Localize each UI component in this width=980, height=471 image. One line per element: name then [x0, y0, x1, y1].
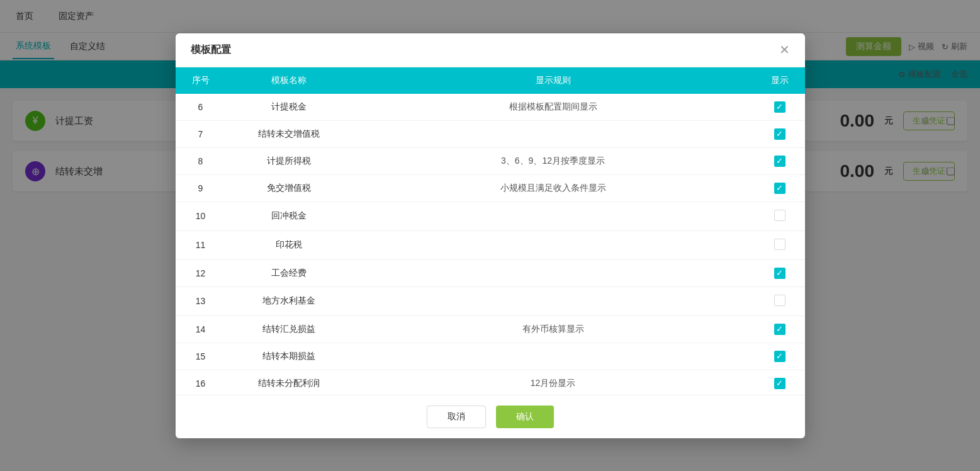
- cell-check-8: [755, 315, 805, 343]
- checkbox-4[interactable]: [774, 210, 786, 221]
- cell-check-1: [755, 120, 805, 147]
- cell-rule-2: 3、6、9、12月按季度显示: [352, 147, 755, 174]
- col-no: 序号: [176, 67, 226, 94]
- col-display: 显示: [755, 67, 805, 94]
- cancel-button[interactable]: 取消: [427, 406, 486, 428]
- cell-no-8: 14: [176, 315, 226, 343]
- cell-no-0: 6: [176, 94, 226, 121]
- cell-name-0: 计提税金: [226, 94, 352, 121]
- cell-name-10: 结转未分配利润: [226, 370, 352, 395]
- cell-name-6: 工会经费: [226, 259, 352, 287]
- table-row: 14结转汇兑损益有外币核算显示: [176, 315, 805, 343]
- cell-name-8: 结转汇兑损益: [226, 315, 352, 343]
- cell-check-0: [755, 94, 805, 121]
- cell-no-6: 12: [176, 259, 226, 287]
- cell-check-6: [755, 259, 805, 287]
- table-header-row: 序号 模板名称 显示规则 显示: [176, 67, 805, 94]
- cell-no-1: 7: [176, 120, 226, 147]
- cell-no-4: 10: [176, 201, 226, 230]
- table-row: 11印花税: [176, 230, 805, 259]
- cell-no-7: 13: [176, 287, 226, 315]
- table-scroll-container[interactable]: 序号 模板名称 显示规则 显示 6计提税金根据模板配置期间显示7结转未交增值税8…: [176, 67, 805, 395]
- cell-check-4: [755, 201, 805, 230]
- cell-check-2: [755, 147, 805, 174]
- col-rule: 显示规则: [352, 67, 755, 94]
- cell-check-7: [755, 287, 805, 315]
- cell-rule-4: [352, 201, 755, 230]
- cell-no-2: 8: [176, 147, 226, 174]
- cell-name-1: 结转未交增值税: [226, 120, 352, 147]
- checkbox-8[interactable]: [774, 324, 786, 335]
- cell-name-3: 免交增值税: [226, 174, 352, 201]
- table-row: 8计提所得税3、6、9、12月按季度显示: [176, 147, 805, 174]
- checkbox-2[interactable]: [774, 156, 786, 167]
- checkbox-9[interactable]: [774, 351, 786, 362]
- table-row: 13地方水利基金: [176, 287, 805, 315]
- cell-rule-9: [352, 343, 755, 370]
- cell-rule-0: 根据模板配置期间显示: [352, 94, 755, 121]
- cell-name-4: 回冲税金: [226, 201, 352, 230]
- table-row: 6计提税金根据模板配置期间显示: [176, 94, 805, 121]
- table-row: 15结转本期损益: [176, 343, 805, 370]
- cell-check-5: [755, 230, 805, 259]
- close-icon[interactable]: ✕: [779, 43, 790, 56]
- col-name: 模板名称: [226, 67, 352, 94]
- modal-title: 模板配置: [191, 43, 231, 57]
- checkbox-3[interactable]: [774, 183, 786, 194]
- table-row: 7结转未交增值税: [176, 120, 805, 147]
- confirm-button[interactable]: 确认: [496, 406, 554, 428]
- config-table: 序号 模板名称 显示规则 显示 6计提税金根据模板配置期间显示7结转未交增值税8…: [176, 67, 805, 395]
- cell-no-5: 11: [176, 230, 226, 259]
- cell-no-3: 9: [176, 174, 226, 201]
- cell-no-9: 15: [176, 343, 226, 370]
- cell-no-10: 16: [176, 370, 226, 395]
- checkbox-7[interactable]: [774, 295, 786, 306]
- checkbox-5[interactable]: [774, 239, 786, 250]
- cell-rule-5: [352, 230, 755, 259]
- modal-header: 模板配置 ✕: [176, 33, 805, 67]
- cell-rule-10: 12月份显示: [352, 370, 755, 395]
- modal-footer: 取消 确认: [176, 395, 805, 438]
- cell-check-9: [755, 343, 805, 370]
- cell-check-3: [755, 174, 805, 201]
- cell-rule-3: 小规模且满足收入条件显示: [352, 174, 755, 201]
- table-row: 10回冲税金: [176, 201, 805, 230]
- table-row: 12工会经费: [176, 259, 805, 287]
- modal-template-config: 模板配置 ✕ 序号 模板名称 显示规则 显示 6计提税金根据模板配置期间显: [176, 33, 805, 438]
- table-row: 16结转未分配利润12月份显示: [176, 370, 805, 395]
- checkbox-6[interactable]: [774, 268, 786, 279]
- cell-name-5: 印花税: [226, 230, 352, 259]
- table-body: 6计提税金根据模板配置期间显示7结转未交增值税8计提所得税3、6、9、12月按季…: [176, 94, 805, 395]
- cell-name-7: 地方水利基金: [226, 287, 352, 315]
- modal-body: 序号 模板名称 显示规则 显示 6计提税金根据模板配置期间显示7结转未交增值税8…: [176, 67, 805, 395]
- cell-name-9: 结转本期损益: [226, 343, 352, 370]
- cell-rule-1: [352, 120, 755, 147]
- checkbox-1[interactable]: [774, 128, 786, 140]
- cell-name-2: 计提所得税: [226, 147, 352, 174]
- table-row: 9免交增值税小规模且满足收入条件显示: [176, 174, 805, 201]
- cell-rule-6: [352, 259, 755, 287]
- cell-check-10: [755, 370, 805, 395]
- modal-overlay: 模板配置 ✕ 序号 模板名称 显示规则 显示 6计提税金根据模板配置期间显: [0, 0, 980, 471]
- checkbox-0[interactable]: [774, 101, 786, 113]
- cell-rule-7: [352, 287, 755, 315]
- cell-rule-8: 有外币核算显示: [352, 315, 755, 343]
- checkbox-10[interactable]: [774, 378, 786, 389]
